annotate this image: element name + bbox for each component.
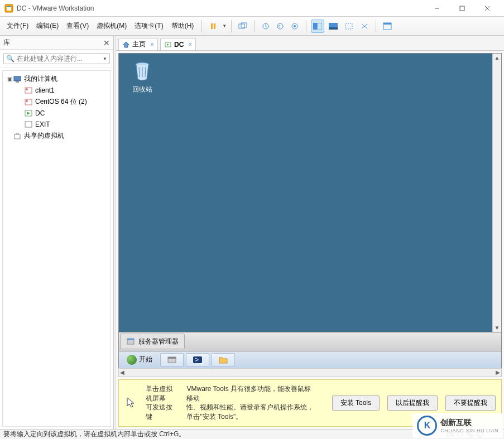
tree-label: client1: [35, 86, 55, 94]
power-dropdown[interactable]: ▼: [222, 23, 227, 28]
vm-off-icon: [24, 86, 33, 95]
revert-snapshot-button[interactable]: [273, 20, 287, 33]
home-icon: [122, 41, 130, 49]
search-icon: 🔍: [6, 55, 15, 62]
start-label: 开始: [139, 355, 152, 364]
view-unity-button[interactable]: [342, 20, 356, 33]
svg-rect-31: [15, 134, 20, 139]
menu-help[interactable]: 帮助(H): [168, 19, 198, 33]
tree-my-computer[interactable]: ▣ 我的计算机: [4, 73, 109, 85]
pinned-server-manager[interactable]: [160, 353, 184, 366]
pinned-powershell[interactable]: >_: [186, 353, 209, 366]
svg-rect-36: [127, 339, 134, 340]
send-ctrl-alt-del-button[interactable]: [236, 20, 249, 33]
hint-body-text: VMware Tools 具有很多功能，能改善鼠标移动 性、视频和性能。请登录客…: [186, 384, 316, 422]
vm-icon: [164, 41, 172, 49]
collapse-icon[interactable]: ▣: [6, 76, 13, 82]
scroll-down-icon[interactable]: ▼: [495, 324, 500, 332]
tab-dc[interactable]: DC ×: [160, 38, 196, 50]
tree-label: 我的计算机: [24, 74, 57, 84]
view-fullscreen-button[interactable]: [327, 20, 340, 33]
svg-rect-22: [14, 76, 21, 81]
content-area: 主页 × DC × ▲ ▼ 回收站: [116, 36, 504, 429]
tree-exit[interactable]: EXIT: [4, 119, 109, 130]
recycle-bin-icon[interactable]: 回收站: [126, 60, 159, 94]
svg-rect-16: [318, 23, 322, 30]
scroll-up-icon[interactable]: ▲: [495, 54, 500, 62]
server-manager-button[interactable]: 服务器管理器: [120, 334, 185, 349]
server-manager-icon: [126, 337, 135, 346]
snapshot-manager-button[interactable]: [288, 20, 301, 33]
menu-view[interactable]: 查看(V): [63, 19, 92, 33]
svg-rect-10: [241, 23, 247, 27]
svg-rect-8: [214, 23, 215, 29]
status-text: 要将输入定向到该虚拟机，请在虚拟机内部单击或按 Ctrl+G。: [3, 430, 446, 439]
tree-dc[interactable]: DC: [4, 108, 109, 119]
svg-rect-9: [239, 24, 244, 28]
menu-vm[interactable]: 虚拟机(M): [93, 19, 130, 33]
svg-point-14: [294, 25, 296, 27]
close-button[interactable]: [474, 1, 500, 16]
vm-off-icon: [24, 98, 33, 107]
window-title: DC - VMware Workstation: [17, 4, 424, 12]
tree-client1[interactable]: client1: [4, 85, 109, 96]
watermark-subtext: CHUANG XIN HU LIAN: [440, 428, 498, 433]
windows-orb-icon: [127, 355, 137, 365]
maximize-button[interactable]: [449, 1, 474, 16]
menu-tabs[interactable]: 选项卡(T): [131, 19, 166, 33]
thumbnail-bar-button[interactable]: [381, 20, 394, 33]
main-area: 库 ✕ 🔍 ▼ ▣ 我的计算机 client1 CentOS 64 位 (2): [0, 36, 504, 429]
tree-shared-vms[interactable]: 共享的虚拟机: [4, 130, 109, 142]
start-button[interactable]: 开始: [121, 353, 158, 366]
tab-close-button[interactable]: ×: [150, 41, 154, 49]
svg-rect-19: [345, 23, 352, 29]
scroll-left-icon[interactable]: ◀: [120, 369, 124, 375]
menu-file[interactable]: 文件(F): [3, 19, 32, 33]
svg-rect-2: [7, 6, 11, 7]
vertical-scrollbar[interactable]: ▲ ▼: [492, 54, 501, 332]
svg-rect-7: [211, 23, 213, 29]
tree-label: CentOS 64 位 (2): [35, 97, 87, 107]
minimize-button[interactable]: [424, 1, 449, 16]
vm-desktop[interactable]: ▲ ▼ 回收站: [118, 53, 502, 332]
tab-close-button[interactable]: ×: [188, 41, 192, 49]
install-tools-button[interactable]: 安装 Tools: [332, 395, 380, 411]
svg-marker-29: [27, 112, 30, 115]
app-icon: [4, 4, 13, 13]
vm-app-taskbar: 服务器管理器: [118, 332, 502, 351]
hint-click-text: 单击虚拟机屏幕 可发送按键: [146, 384, 179, 422]
svg-point-25: [26, 88, 28, 90]
library-search[interactable]: 🔍 ▼: [3, 53, 110, 64]
svg-point-27: [26, 100, 28, 102]
pinned-explorer[interactable]: [212, 353, 235, 366]
never-remind-button[interactable]: 不要提醒我: [445, 395, 496, 411]
menu-edit[interactable]: 编辑(E): [33, 19, 62, 33]
svg-rect-23: [16, 81, 19, 83]
pause-button[interactable]: [207, 20, 220, 33]
vm-icon: [24, 120, 33, 129]
computer-icon: [13, 75, 22, 84]
view-stretch-button[interactable]: [358, 20, 371, 33]
svg-rect-15: [313, 23, 317, 30]
library-search-input[interactable]: [17, 55, 102, 62]
vm-on-icon: [24, 109, 33, 118]
watermark-text: 创新互联: [440, 418, 472, 427]
library-tree: ▣ 我的计算机 client1 CentOS 64 位 (2) DC EXIT: [2, 70, 111, 427]
tree-label: 共享的虚拟机: [24, 131, 64, 141]
tree-centos[interactable]: CentOS 64 位 (2): [4, 96, 109, 108]
view-console-button[interactable]: [311, 20, 324, 33]
vm-windows-taskbar: 开始 >_: [118, 351, 502, 368]
scroll-right-icon[interactable]: ▶: [496, 369, 500, 375]
tab-home[interactable]: 主页 ×: [118, 38, 158, 50]
recycle-bin-label: 回收站: [126, 85, 159, 94]
search-dropdown[interactable]: ▼: [103, 56, 107, 61]
library-close-button[interactable]: ✕: [103, 38, 110, 47]
view-mode-group: [311, 20, 371, 33]
tree-label: EXIT: [35, 120, 50, 128]
tree-label: DC: [35, 109, 45, 117]
cursor-icon: [124, 396, 138, 409]
snapshot-button[interactable]: [259, 20, 272, 33]
library-title: 库: [3, 38, 103, 47]
horizontal-scrollbar[interactable]: ◀ ▶: [118, 368, 502, 377]
remind-later-button[interactable]: 以后提醒我: [387, 395, 438, 411]
